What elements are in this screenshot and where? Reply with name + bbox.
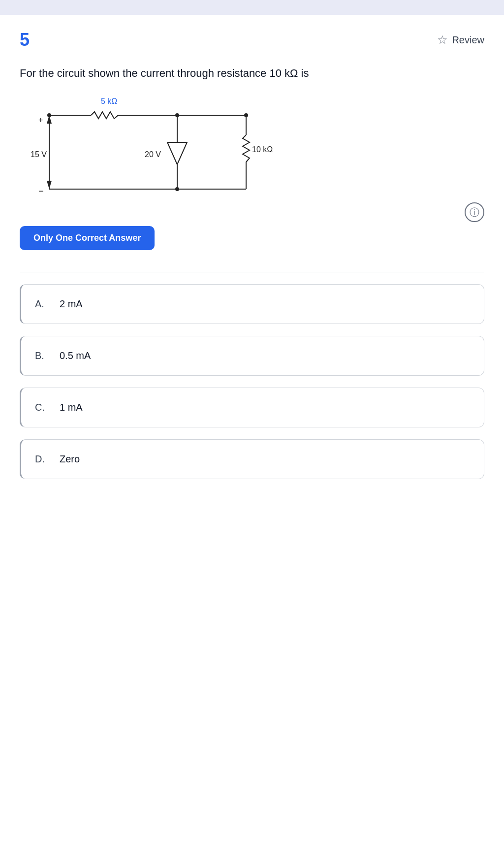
svg-point-19 xyxy=(244,113,248,117)
answer-type-badge: Only One Correct Answer xyxy=(20,226,155,250)
option-d-text: Zero xyxy=(60,454,80,465)
badge-row: Only One Correct Answer ⓘ xyxy=(20,226,484,260)
svg-text:15 V: 15 V xyxy=(31,150,47,159)
option-d-label: D. xyxy=(35,454,50,465)
option-a-text: 2 mA xyxy=(60,298,83,310)
svg-point-18 xyxy=(175,187,179,191)
top-bar xyxy=(0,0,504,15)
option-c[interactable]: C. 1 mA xyxy=(20,388,484,427)
svg-text:20 V: 20 V xyxy=(145,150,161,159)
option-c-label: C. xyxy=(35,402,50,413)
star-icon: ☆ xyxy=(437,33,448,47)
resistor1-label: 5 kΩ xyxy=(101,97,117,105)
question-text: For the circuit shown the current throug… xyxy=(20,65,484,81)
option-a[interactable]: A. 2 mA xyxy=(20,284,484,324)
review-button[interactable]: ☆ Review xyxy=(437,33,484,47)
option-b[interactable]: B. 0.5 mA xyxy=(20,336,484,376)
svg-text:10 kΩ: 10 kΩ xyxy=(252,145,273,154)
svg-point-17 xyxy=(175,113,179,117)
options-container: A. 2 mA B. 0.5 mA C. 1 mA D. Zero xyxy=(20,284,484,479)
review-label: Review xyxy=(452,34,484,46)
option-b-text: 0.5 mA xyxy=(60,350,91,361)
svg-text:−: − xyxy=(38,186,44,196)
header-row: 5 ☆ Review xyxy=(20,30,484,50)
question-number: 5 xyxy=(20,30,30,50)
option-c-text: 1 mA xyxy=(60,402,83,413)
svg-marker-11 xyxy=(167,142,187,164)
divider xyxy=(20,272,484,272)
svg-marker-6 xyxy=(47,181,52,189)
option-b-label: B. xyxy=(35,350,50,361)
circuit-svg: 5 kΩ + − 15 V xyxy=(20,93,276,211)
circuit-diagram: 5 kΩ + − 15 V xyxy=(20,93,484,211)
content: 5 ☆ Review For the circuit shown the cur… xyxy=(0,15,504,494)
svg-point-20 xyxy=(47,113,51,117)
svg-text:+: + xyxy=(38,116,43,124)
option-a-label: A. xyxy=(35,298,50,310)
option-d[interactable]: D. Zero xyxy=(20,439,484,479)
page-container: 5 ☆ Review For the circuit shown the cur… xyxy=(0,0,504,845)
